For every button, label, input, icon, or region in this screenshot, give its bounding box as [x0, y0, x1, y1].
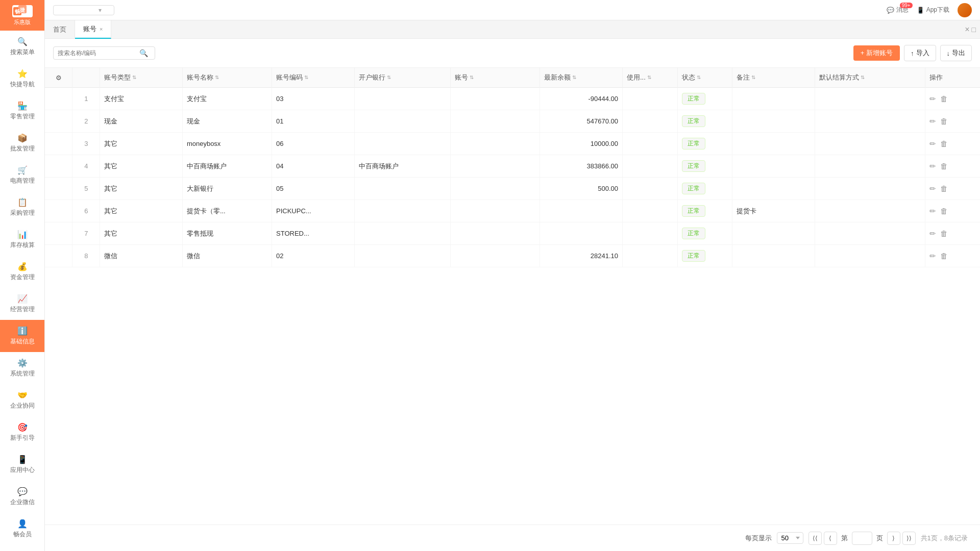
row-settings: [45, 155, 72, 178]
toolbar-left: 🔍: [53, 46, 155, 60]
row-type: 其它: [100, 222, 183, 245]
th-remark[interactable]: 备注 ⇅: [732, 68, 815, 88]
home-tab-label: 首页: [53, 25, 66, 34]
topbar-left: ▾: [53, 5, 114, 15]
page-first-btn[interactable]: ⟨⟨: [808, 532, 822, 545]
sidebar-item-guide[interactable]: 🎯 新手引导: [0, 416, 44, 448]
tab-account[interactable]: 账号 ×: [75, 20, 111, 39]
edit-button[interactable]: ✏: [929, 139, 936, 148]
edit-button[interactable]: ✏: [929, 207, 936, 216]
th-account[interactable]: 账号 ⇅: [451, 68, 540, 88]
row-action: ✏ 🗑: [925, 245, 980, 267]
sidebar-item-basicinfo[interactable]: ℹ️ 基础信息: [0, 320, 44, 352]
th-balance[interactable]: 最新余额 ⇅: [540, 68, 623, 88]
page-next-btn[interactable]: ⟩: [887, 532, 900, 545]
edit-button[interactable]: ✏: [929, 94, 936, 104]
row-action: ✏ 🗑: [925, 133, 980, 155]
sidebar-item-wholesale[interactable]: 📦 批发管理: [0, 127, 44, 159]
th-status[interactable]: 状态 ⇅: [677, 68, 732, 88]
delete-button[interactable]: 🗑: [940, 94, 948, 103]
th-default[interactable]: 默认结算方式 ⇅: [815, 68, 925, 88]
status-badge: 正常: [682, 115, 705, 127]
sidebar-item-collab[interactable]: 🤝 企业协同: [0, 384, 44, 416]
th-code[interactable]: 账号编码 ⇅: [272, 68, 355, 88]
window-maximize-btn[interactable]: □: [972, 26, 976, 34]
page-last-btn[interactable]: ⟩⟩: [902, 532, 916, 545]
th-bank[interactable]: 开户银行 ⇅: [354, 68, 451, 88]
sidebar-item-system[interactable]: ⚙️ 系统管理: [0, 352, 44, 384]
sidebar-item-apps[interactable]: 📱 应用中心: [0, 448, 44, 481]
sidebar-item-operations[interactable]: 📈 经营管理: [0, 288, 44, 320]
delete-button[interactable]: 🗑: [940, 117, 948, 126]
table-row: 1 支付宝 支付宝 03 -90444.00 正常 ✏ 🗑: [45, 88, 980, 110]
toolbar-right: + 新增账号 ↑ 导入 ↓ 导出: [853, 45, 972, 61]
row-remark: [732, 88, 815, 110]
search-input[interactable]: [58, 49, 139, 57]
edit-button[interactable]: ✏: [929, 184, 936, 193]
export-button[interactable]: ↓ 导出: [940, 45, 972, 61]
sidebar-item-member[interactable]: 👤 畅会员: [0, 513, 44, 545]
row-action: ✏ 🗑: [925, 178, 980, 200]
delete-button[interactable]: 🗑: [940, 229, 948, 238]
th-type[interactable]: 账号类型 ⇅: [100, 68, 183, 88]
sidebar-label-wholesale: 批发管理: [10, 144, 35, 153]
edit-button[interactable]: ✏: [929, 162, 936, 171]
sidebar-item-ecommerce[interactable]: 🛒 电商管理: [0, 159, 44, 191]
page-size-select[interactable]: 50 100 200: [777, 532, 803, 544]
edit-button[interactable]: ✏: [929, 229, 936, 238]
search-wrap[interactable]: 🔍: [53, 46, 155, 60]
row-remark: [732, 155, 815, 178]
row-name: 现金: [182, 110, 272, 133]
row-action: ✏ 🗑: [925, 222, 980, 245]
sidebar-item-purchase[interactable]: 📋 采购管理: [0, 191, 44, 223]
row-type: 其它: [100, 155, 183, 178]
edit-button[interactable]: ✏: [929, 252, 936, 261]
purchase-icon: 📋: [17, 197, 28, 207]
sidebar-item-inventory[interactable]: 📊 库存核算: [0, 223, 44, 256]
row-bank: [354, 222, 451, 245]
edit-button[interactable]: ✏: [929, 117, 936, 126]
sidebar-item-search[interactable]: 🔍 搜索菜单: [0, 31, 44, 63]
add-account-button[interactable]: + 新增账号: [853, 45, 900, 61]
th-use[interactable]: 使用... ⇅: [622, 68, 677, 88]
import-button[interactable]: ↑ 导入: [904, 45, 936, 61]
delete-button[interactable]: 🗑: [940, 207, 948, 215]
message-button[interactable]: 💬 消息 99+: [887, 6, 909, 14]
th-name[interactable]: 账号名称 ⇅: [182, 68, 272, 88]
row-account: [451, 110, 540, 133]
sidebar-item-retail[interactable]: 🏪 零售管理: [0, 95, 44, 127]
sidebar-item-quicknav[interactable]: ⭐ 快捷导航: [0, 63, 44, 95]
page-size-label: 每页显示: [745, 534, 772, 543]
th-settings[interactable]: ⚙: [45, 68, 72, 88]
search-icon[interactable]: 🔍: [139, 49, 148, 57]
export-label: 导出: [952, 48, 965, 58]
row-code: 04: [272, 155, 355, 178]
page-suffix: 页: [876, 534, 883, 543]
row-settings: [45, 133, 72, 155]
window-close-btn[interactable]: ×: [965, 25, 969, 34]
tab-close-icon[interactable]: ×: [100, 26, 103, 32]
delete-button[interactable]: 🗑: [940, 252, 948, 260]
top-search-box[interactable]: ▾: [53, 5, 114, 15]
top-search-input[interactable]: [58, 7, 99, 14]
status-badge: 正常: [682, 205, 705, 217]
basicinfo-icon: ℹ️: [17, 326, 28, 336]
row-action: ✏ 🗑: [925, 200, 980, 222]
tab-home[interactable]: 首页: [45, 20, 75, 39]
sidebar: 畅 捷 乐惠版 🔍 搜索菜单 ⭐ 快捷导航 🏪 零售管理 📦 批发管理 🛒 电商…: [0, 0, 45, 551]
row-num: 1: [72, 88, 100, 110]
delete-button[interactable]: 🗑: [940, 184, 948, 193]
account-tab-label: 账号: [83, 24, 96, 34]
delete-button[interactable]: 🗑: [940, 162, 948, 170]
app-download-button[interactable]: 📱 App下载: [917, 6, 949, 14]
sidebar-item-finance[interactable]: 💰 资金管理: [0, 256, 44, 288]
page-prev-btn[interactable]: ⟨: [824, 532, 837, 545]
row-num: 7: [72, 222, 100, 245]
row-settings: [45, 178, 72, 200]
user-avatar[interactable]: [958, 3, 972, 17]
delete-button[interactable]: 🗑: [940, 139, 948, 148]
sidebar-label-finance: 资金管理: [10, 273, 35, 282]
sidebar-label-basicinfo: 基础信息: [10, 337, 35, 346]
page-number-input[interactable]: 1: [852, 532, 872, 545]
sidebar-item-corpwechat[interactable]: 💬 企业微信: [0, 481, 44, 513]
